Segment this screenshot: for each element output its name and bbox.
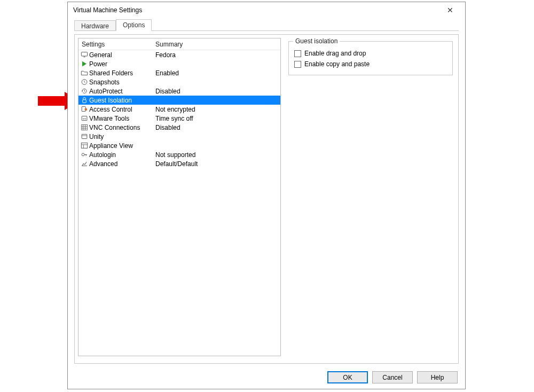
folder-icon xyxy=(78,69,88,76)
svg-rect-16 xyxy=(82,134,87,138)
item-summary: Default/Default xyxy=(153,160,280,168)
key-icon xyxy=(78,151,88,158)
list-item[interactable]: Power xyxy=(78,59,280,68)
vm-settings-dialog: Virtual Machine Settings ✕ Hardware Opti… xyxy=(67,2,466,389)
item-name: Snapshots xyxy=(88,79,153,86)
svg-rect-11 xyxy=(81,125,87,130)
tab-strip: Hardware Options xyxy=(68,19,465,31)
checkbox-label: Enable drag and drop xyxy=(304,50,366,57)
close-icon: ✕ xyxy=(447,6,453,14)
svg-rect-18 xyxy=(81,143,87,148)
list-item[interactable]: Snapshots xyxy=(78,77,280,87)
chart-icon xyxy=(78,160,88,167)
item-summary: Disabled xyxy=(153,88,280,95)
item-name: AutoProtect xyxy=(88,88,153,95)
svg-rect-6 xyxy=(82,100,86,103)
box-icon: vm xyxy=(78,115,88,122)
item-name: VNC Connections xyxy=(88,124,153,131)
col-settings[interactable]: Settings xyxy=(78,41,153,48)
item-name: Advanced xyxy=(88,160,153,168)
detail-panel: Guest isolation Enable drag and drop Ena… xyxy=(286,38,455,360)
close-button[interactable]: ✕ xyxy=(439,3,461,18)
item-summary: Time sync off xyxy=(153,115,280,122)
item-name: Unity xyxy=(88,133,153,140)
item-summary: Not encrypted xyxy=(153,106,280,113)
checkbox-copy-paste[interactable]: Enable copy and paste xyxy=(294,59,447,69)
lock-icon xyxy=(78,97,88,104)
cancel-button[interactable]: Cancel xyxy=(372,371,413,383)
group-title: Guest isolation xyxy=(293,37,340,45)
item-name: Autologin xyxy=(88,151,153,159)
layout-icon xyxy=(78,142,88,149)
monitor-icon xyxy=(78,51,88,58)
button-bar: OK Cancel Help xyxy=(68,368,465,389)
checkbox-drag-drop[interactable]: Enable drag and drop xyxy=(294,48,447,59)
svg-rect-1 xyxy=(81,52,87,56)
item-name: VMware Tools xyxy=(88,115,153,122)
list-item[interactable]: VNC ConnectionsDisabled xyxy=(78,123,280,132)
item-summary: Disabled xyxy=(153,124,280,131)
window-title: Virtual Machine Settings xyxy=(73,6,142,14)
column-headers: Settings Summary xyxy=(78,38,280,50)
grid-icon xyxy=(78,124,88,131)
play-icon xyxy=(78,60,88,67)
checkbox-icon xyxy=(294,61,301,68)
checkbox-icon xyxy=(294,50,301,57)
ok-button[interactable]: OK xyxy=(327,371,368,383)
item-name: Guest Isolation xyxy=(88,97,153,104)
item-name: Power xyxy=(88,60,153,68)
shield-icon xyxy=(78,106,88,113)
list-item[interactable]: Guest Isolation xyxy=(78,96,280,105)
history-icon xyxy=(78,88,88,95)
item-name: Appliance View xyxy=(88,142,153,150)
svg-marker-5 xyxy=(82,91,83,92)
guest-isolation-group: Guest isolation Enable drag and drop Ena… xyxy=(288,41,453,75)
list-item[interactable]: GeneralFedora xyxy=(78,50,280,59)
item-summary: Not supported xyxy=(153,151,280,159)
titlebar: Virtual Machine Settings ✕ xyxy=(68,2,465,18)
tab-options[interactable]: Options xyxy=(116,19,152,31)
checkbox-label: Enable copy and paste xyxy=(304,60,370,68)
list-item[interactable]: vmVMware ToolsTime sync off xyxy=(78,114,280,123)
list-item[interactable]: Unity xyxy=(78,132,280,141)
settings-list: Settings Summary GeneralFedoraPowerShare… xyxy=(78,38,281,356)
clock-icon xyxy=(78,79,88,85)
item-summary: Fedora xyxy=(153,51,280,59)
item-summary: Enabled xyxy=(153,69,280,77)
list-item[interactable]: Appliance View xyxy=(78,141,280,150)
list-item[interactable]: Access ControlNot encrypted xyxy=(78,105,280,114)
svg-marker-3 xyxy=(82,61,86,67)
svg-text:vm: vm xyxy=(82,117,85,120)
list-item[interactable]: AutoProtectDisabled xyxy=(78,87,280,96)
svg-point-21 xyxy=(82,153,84,156)
item-name: Access Control xyxy=(88,106,153,113)
tab-hardware[interactable]: Hardware xyxy=(74,20,116,31)
item-name: Shared Folders xyxy=(88,69,153,77)
col-summary[interactable]: Summary xyxy=(153,41,280,48)
list-item[interactable]: AutologinNot supported xyxy=(78,150,280,159)
window-icon xyxy=(78,133,88,140)
list-item[interactable]: AdvancedDefault/Default xyxy=(78,159,280,168)
help-button[interactable]: Help xyxy=(417,371,458,383)
item-name: General xyxy=(88,51,153,59)
svg-rect-8 xyxy=(84,108,87,111)
list-item[interactable]: Shared FoldersEnabled xyxy=(78,68,280,77)
content-area: Settings Summary GeneralFedoraPowerShare… xyxy=(74,34,459,364)
